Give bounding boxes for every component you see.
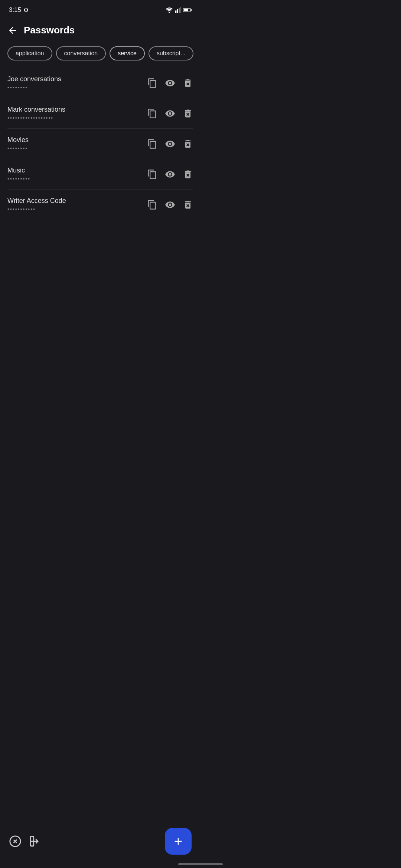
copy-icon[interactable] [147, 78, 157, 88]
svg-rect-7 [184, 9, 188, 11]
svg-rect-6 [191, 9, 192, 11]
chip-conversation[interactable]: conversation [56, 46, 106, 60]
chip-service[interactable]: service [110, 46, 145, 60]
svg-rect-3 [179, 8, 180, 13]
view-icon[interactable] [165, 108, 175, 119]
password-item-music: Music ••••••••• [7, 159, 193, 190]
view-icon[interactable] [165, 169, 175, 180]
password-item-writer-access-code: Writer Access Code ••••••••••• [7, 190, 193, 220]
password-info: Joe conversations •••••••• [7, 75, 147, 91]
password-actions [147, 139, 193, 149]
password-dots: ••••••••• [7, 176, 147, 182]
view-icon[interactable] [165, 78, 175, 88]
svg-rect-2 [177, 9, 178, 13]
password-item-movies: Movies •••••••• [7, 129, 193, 159]
svg-rect-4 [180, 7, 181, 13]
password-name: Movies [7, 136, 147, 144]
password-dots: •••••••••••••••••• [7, 115, 147, 121]
password-name: Joe conversations [7, 75, 147, 83]
delete-icon[interactable] [183, 200, 193, 210]
status-icons [166, 7, 192, 13]
password-dots: •••••••• [7, 145, 147, 151]
password-dots: •••••••• [7, 85, 147, 91]
settings-gear-icon: ⚙ [23, 7, 29, 14]
header: Passwords [0, 19, 200, 43]
password-info: Music ••••••••• [7, 167, 147, 182]
password-actions [147, 200, 193, 210]
view-icon[interactable] [165, 200, 175, 210]
status-time: 3:15 [9, 6, 21, 14]
password-dots: ••••••••••• [7, 206, 147, 212]
svg-rect-1 [175, 10, 176, 13]
wifi-icon [166, 7, 173, 13]
view-icon[interactable] [165, 139, 175, 149]
password-actions [147, 78, 193, 88]
copy-icon[interactable] [147, 108, 157, 119]
chip-application[interactable]: application [7, 46, 52, 60]
password-name: Mark conversations [7, 106, 147, 114]
delete-icon[interactable] [183, 108, 193, 119]
password-info: Writer Access Code ••••••••••• [7, 197, 147, 212]
password-name: Writer Access Code [7, 197, 147, 205]
copy-icon[interactable] [147, 200, 157, 210]
password-name: Music [7, 167, 147, 174]
password-list: Joe conversations •••••••• Ma [0, 68, 200, 220]
password-info: Movies •••••••• [7, 136, 147, 151]
chip-subscription[interactable]: subscript... [149, 46, 193, 60]
copy-icon[interactable] [147, 169, 157, 180]
delete-icon[interactable] [183, 139, 193, 149]
delete-icon[interactable] [183, 169, 193, 180]
battery-icon [183, 7, 192, 13]
page-title: Passwords [24, 24, 75, 36]
back-button[interactable] [7, 25, 18, 36]
password-actions [147, 169, 193, 180]
password-item-mark-conversations: Mark conversations •••••••••••••••••• [7, 98, 193, 129]
copy-icon[interactable] [147, 139, 157, 149]
password-info: Mark conversations •••••••••••••••••• [7, 106, 147, 121]
password-actions [147, 108, 193, 119]
svg-point-0 [169, 12, 170, 13]
delete-icon[interactable] [183, 78, 193, 88]
filter-chips: application conversation service subscri… [0, 43, 200, 68]
password-item-joe-conversations: Joe conversations •••••••• [7, 68, 193, 98]
signal-icon [175, 7, 181, 13]
status-bar: 3:15 ⚙ [0, 0, 200, 19]
